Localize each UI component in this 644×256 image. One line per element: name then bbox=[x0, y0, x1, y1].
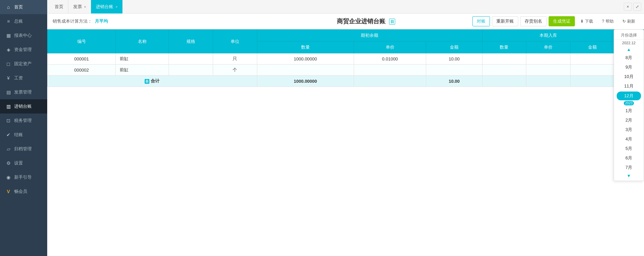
inbound-amount-header: 金额 bbox=[570, 42, 615, 53]
tab-invoice[interactable]: 发票 × bbox=[68, 0, 91, 14]
salary-icon: ¥ bbox=[5, 75, 11, 81]
close-window-button[interactable]: × bbox=[624, 3, 632, 11]
sidebar-item-label: 固定资产 bbox=[14, 61, 32, 67]
cell-period-price: 0.01000 bbox=[354, 53, 426, 65]
cell-period-amount: 10.00 bbox=[426, 53, 482, 65]
reopen-button[interactable]: 重新开账 bbox=[492, 16, 518, 26]
scroll-up-btn[interactable]: ▲ bbox=[614, 46, 644, 53]
cell-inbound-price bbox=[526, 65, 570, 76]
group-period-balance-header: 期初余额 bbox=[257, 30, 482, 42]
generate-voucher-button[interactable]: 生成凭证 bbox=[549, 16, 575, 26]
sidebar-item-label: 税务管理 bbox=[14, 118, 32, 124]
col-name-header: 名称 bbox=[116, 30, 169, 53]
month-4[interactable]: 4月 bbox=[614, 134, 644, 144]
sidebar-item-label: 设置 bbox=[14, 160, 23, 166]
month-11[interactable]: 11月 bbox=[614, 81, 644, 91]
cost-method-value: 月平均 bbox=[95, 18, 108, 24]
cell-spec bbox=[169, 65, 213, 76]
maximize-window-button[interactable]: ⤢ bbox=[633, 3, 641, 11]
month-3[interactable]: 3月 bbox=[614, 125, 644, 134]
vip-icon: V bbox=[5, 189, 11, 194]
cell-name: 前缸 bbox=[116, 53, 169, 65]
ledger-icon: ≡ bbox=[5, 19, 11, 24]
refresh-button[interactable]: ↻ 刷新 bbox=[619, 17, 639, 26]
inbound-qty-header: 数量 bbox=[482, 42, 526, 53]
help-button[interactable]: ? 帮助 bbox=[598, 17, 617, 26]
sidebar-item-purchase-sales[interactable]: ▥ 进销台账 bbox=[0, 99, 47, 113]
toolbar-actions: 对账 重新开账 存货别名 生成凭证 ⬇ 下载 ? 帮助 ↻ 刷新 bbox=[472, 16, 639, 26]
sidebar-item-salary[interactable]: ¥ 工资 bbox=[0, 71, 47, 85]
month-6[interactable]: 6月 bbox=[614, 153, 644, 163]
sidebar-item-archive-management[interactable]: ▱ 归档管理 bbox=[0, 142, 47, 156]
cell-id: 000002 bbox=[48, 65, 116, 76]
cell-unit: 个 bbox=[213, 65, 257, 76]
tax-icon: ⊡ bbox=[5, 118, 11, 123]
month-12[interactable]: 12月 bbox=[617, 92, 641, 100]
save-alias-button[interactable]: 存货别名 bbox=[520, 16, 547, 26]
tab-bar: 首页 发票 × 进销台账 × bbox=[47, 0, 644, 14]
month-7[interactable]: 7月 bbox=[614, 163, 644, 172]
invoice-icon: ▤ bbox=[5, 89, 11, 95]
reconcile-button[interactable]: 对账 bbox=[472, 16, 490, 26]
sidebar-item-tax-management[interactable]: ⊡ 税务管理 bbox=[0, 113, 47, 128]
tab-invoice-close[interactable]: × bbox=[84, 5, 86, 9]
sidebar-item-invoice-management[interactable]: ▤ 发票管理 bbox=[0, 85, 47, 99]
cell-inbound-amount bbox=[570, 53, 615, 65]
total-inbound-qty bbox=[482, 76, 526, 87]
tab-purchase-sales-label: 进销台账 bbox=[96, 4, 113, 10]
assets-icon: ◻ bbox=[5, 61, 11, 67]
page-title: 商贸企业进销台账 目 bbox=[263, 17, 470, 25]
table-row: 000001 前缸 只 1000.00000 0.01000 10.00 bbox=[48, 53, 644, 65]
cell-inbound-qty bbox=[482, 65, 526, 76]
title-info-icon[interactable]: 目 bbox=[389, 19, 395, 25]
sidebar-item-label: 发票管理 bbox=[14, 89, 32, 95]
cell-unit: 只 bbox=[213, 53, 257, 65]
cell-inbound-amount bbox=[570, 65, 615, 76]
tab-home-label: 首页 bbox=[55, 4, 63, 10]
sidebar-item-label: 畅会员 bbox=[14, 188, 27, 195]
group-inbound-header: 本期入库 bbox=[482, 30, 614, 42]
data-table: 编号 名称 规格 单位 期初余额 本期入库 数 数量 单价 金额 数量 单价 bbox=[47, 29, 644, 87]
download-button[interactable]: ⬇ 下载 bbox=[577, 17, 596, 26]
total-row: 合合计 1000.00000 10.00 bbox=[48, 76, 644, 87]
total-icon: 合 bbox=[145, 79, 149, 84]
tab-purchase-sales[interactable]: 进销台账 × bbox=[91, 0, 122, 14]
sidebar-item-fund-management[interactable]: ◈ 资金管理 bbox=[0, 43, 47, 57]
sidebar-item-beginner-guide[interactable]: ◉ 新手引导 bbox=[0, 170, 47, 184]
month-1[interactable]: 1月 bbox=[614, 106, 644, 116]
sidebar-item-report-center[interactable]: ▦ 报表中心 bbox=[0, 28, 47, 43]
report-icon: ▦ bbox=[5, 33, 11, 38]
col-spec-header: 规格 bbox=[169, 30, 213, 53]
toolbar: 销售成本计算方法： 月平均 商贸企业进销台账 目 对账 重新开账 存货别名 生成… bbox=[47, 14, 644, 29]
tab-home[interactable]: 首页 bbox=[50, 0, 68, 14]
tab-purchase-sales-close[interactable]: × bbox=[115, 5, 117, 9]
cell-id: 000001 bbox=[48, 53, 116, 65]
month-panel-header: 月份选择 bbox=[614, 31, 644, 40]
sidebar-item-label: 工资 bbox=[14, 75, 23, 81]
cost-method-label: 销售成本计算方法： bbox=[53, 18, 92, 24]
sidebar-item-label: 进销台账 bbox=[14, 103, 32, 109]
sidebar-item-label: 报表中心 bbox=[14, 32, 32, 39]
sidebar-item-home[interactable]: ⌂ 首页 bbox=[0, 0, 47, 14]
month-5[interactable]: 5月 bbox=[614, 144, 644, 153]
refresh-icon: ↻ bbox=[622, 19, 626, 24]
sidebar-item-general-ledger[interactable]: ≡ 总账 bbox=[0, 14, 47, 28]
month-10[interactable]: 10月 bbox=[614, 72, 644, 81]
sidebar-item-vip-member[interactable]: V 畅会员 bbox=[0, 184, 47, 199]
scroll-down-btn[interactable]: ▼ bbox=[614, 172, 644, 179]
inbound-price-header: 单价 bbox=[526, 42, 570, 53]
col-id-header: 编号 bbox=[48, 30, 116, 53]
content-area: 编号 名称 规格 单位 期初余额 本期入库 数 数量 单价 金额 数量 单价 bbox=[47, 29, 644, 256]
archive-icon: ▱ bbox=[5, 146, 11, 152]
month-8[interactable]: 8月 bbox=[614, 53, 644, 62]
cell-period-price bbox=[354, 65, 426, 76]
sidebar-item-settlement[interactable]: ✔ 结账 bbox=[0, 128, 47, 142]
month-2[interactable]: 2月 bbox=[614, 116, 644, 125]
total-inbound-price bbox=[526, 76, 570, 87]
total-label-cell: 合合计 bbox=[48, 76, 257, 87]
sidebar-item-fixed-assets[interactable]: ◻ 固定资产 bbox=[0, 57, 47, 71]
month-9[interactable]: 9月 bbox=[614, 62, 644, 72]
period-amount-header: 金额 bbox=[426, 42, 482, 53]
sidebar-item-settings[interactable]: ⚙ 设置 bbox=[0, 156, 47, 170]
period-price-header: 单价 bbox=[354, 42, 426, 53]
